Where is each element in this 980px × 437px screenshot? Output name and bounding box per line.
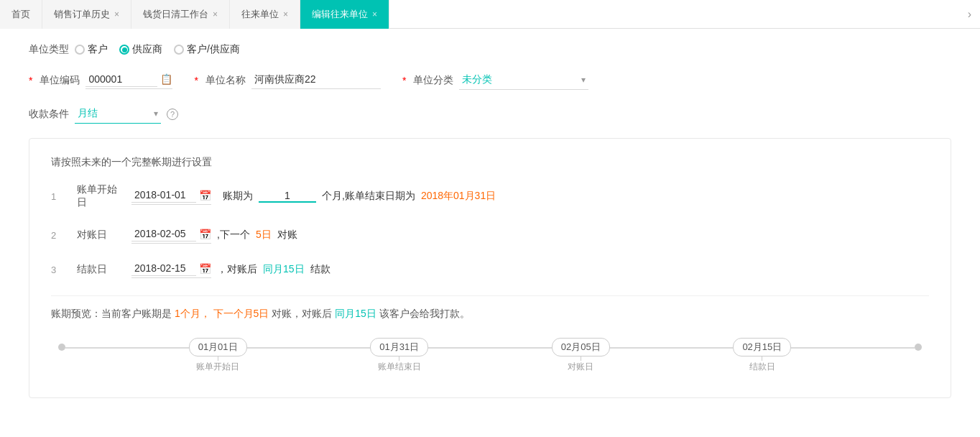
timeline-start [58,344,65,351]
unit-code-label: 单位编码 [40,74,80,87]
tab-home[interactable]: 首页 [0,0,42,29]
unit-code-required: * [29,75,32,86]
row-content-3: 📅 ，对账后 同月15日 结款 [131,261,929,278]
month-suffix: 个月,账单结束日期为 [322,190,415,203]
main-content: 单位类型 客户 供应商 客户/供应商 * 单位编码 [0,29,980,437]
timeline-node-2: 01月31日 账单结束日 [370,338,428,373]
end-date-highlight: 2018年01月31日 [421,190,496,203]
radio-supplier[interactable]: 供应商 [119,43,162,56]
start-date-input[interactable] [131,188,196,203]
preview-ending: 该客户会给我打款。 [379,308,470,319]
preview-payment-day: 同月15日 [335,308,376,319]
tab-partner-units[interactable]: 往来单位 × [230,0,300,29]
preview-reconcile-day: 下一个月5日 [213,308,269,319]
timeline-label-2: 账单结束日 [378,361,421,373]
payment-suffix: 结款 [310,263,330,276]
preview-period: 1个月， [175,308,211,319]
unit-type-group: 单位类型 客户 供应商 客户/供应商 [29,43,240,56]
row-label-2: 对账日 [77,229,120,242]
timeline-pill-4: 02月15日 [733,338,791,356]
period-prefix: 账期为 [223,190,253,203]
payment-condition-value: 月结 [78,107,148,120]
row-number-1: 1 [51,191,65,202]
timeline-start-dot [58,344,65,351]
payment-condition-row: 收款条件 月结 ▾ ? [29,104,951,124]
timeline-node-4: 02月15日 结款日 [733,338,791,373]
timeline-connector-4 [791,347,915,349]
chevron-down-icon-payment: ▾ [154,109,158,119]
calendar-icon-1[interactable]: 📅 [199,190,211,201]
unit-category-required: * [402,75,406,86]
payment-prefix: ，对账后 [217,263,257,276]
row-content-2: 📅 ,下一个 5日 对账 [131,226,929,244]
row-number-2: 2 [51,230,65,241]
tab-close-partner-units[interactable]: × [283,9,288,19]
tab-edit-partner[interactable]: 编辑往来单位 × [300,0,389,29]
timeline-pill-3: 02月05日 [552,338,610,356]
timeline-pill-1: 01月01日 [189,338,247,356]
radio-label-customer-supplier: 客户/供应商 [187,43,240,56]
unit-category-select[interactable]: 未分类 ▾ [459,70,588,90]
unit-name-input[interactable] [251,71,381,89]
payment-condition-label: 收款条件 [29,108,69,121]
radio-label-supplier: 供应商 [132,43,162,56]
payment-condition-select[interactable]: 月结 ▾ [75,104,161,124]
tab-sales-history[interactable]: 销售订单历史 × [42,0,131,29]
unit-type-row: 单位类型 客户 供应商 客户/供应商 [29,43,951,56]
timeline-connector-1 [247,347,371,349]
row-content-1: 📅 账期为 个月,账单结束日期为 2018年01月31日 [131,188,929,205]
period-value-input[interactable] [259,190,316,203]
unit-code-input[interactable] [85,72,157,87]
radio-label-customer: 客户 [88,43,108,56]
unit-name-required: * [194,75,198,86]
tab-close-cashflow[interactable]: × [213,9,218,19]
radio-circle-customer-supplier [174,45,184,55]
timeline: 01月01日 账单开始日 01月31日 账单结束日 02月05日 对账日 [51,338,929,373]
setting-row-2: 2 对账日 📅 ,下一个 5日 对账 [51,226,929,244]
help-icon[interactable]: ? [167,109,178,120]
timeline-label-3: 对账日 [568,361,593,373]
unit-category-label: 单位分类 [413,74,453,87]
setting-row-3: 3 结款日 📅 ，对账后 同月15日 结款 [51,261,929,278]
radio-customer[interactable]: 客户 [75,43,108,56]
timeline-end-dot [915,344,922,351]
unit-category-group: * 单位分类 未分类 ▾ [402,70,588,90]
setting-row-1: 1 账单开始日 📅 账期为 个月,账单结束日期为 2018年01月31日 [51,183,929,209]
timeline-label-1: 账单开始日 [196,361,239,373]
calendar-icon-2[interactable]: 📅 [199,229,211,240]
preview-label: 账期预览：当前客户账期是 [51,308,172,319]
unit-type-label: 单位类型 [29,43,69,56]
timeline-label-4: 结款日 [749,361,775,373]
timeline-node-3: 02月05日 对账日 [552,338,610,373]
unit-details-row: * 单位编码 📋 * 单位名称 * 单位分类 未分类 ▾ [29,70,951,90]
reconcile-day-highlight: 5日 [256,229,272,242]
payment-condition-group: 收款条件 月结 ▾ ? [29,104,178,124]
unit-name-label: 单位名称 [205,74,246,87]
radio-group-unit-type: 客户 供应商 客户/供应商 [75,43,240,56]
tab-more-button[interactable]: › [959,8,980,21]
tabs-bar: 首页 销售订单历史 × 钱货日清工作台 × 往来单位 × 编辑往来单位 × › [0,0,980,29]
reconcile-suffix: 对账 [277,229,297,242]
reconcile-date-input-wrapper: 📅 [131,226,211,244]
tab-close-sales-history[interactable]: × [114,9,119,19]
timeline-connector-2 [428,347,552,349]
tab-close-edit-partner[interactable]: × [372,9,377,19]
timeline-pill-2: 01月31日 [370,338,428,356]
preview-reconcile-suffix: 对账，对账后 [272,308,332,319]
row-label-3: 结款日 [77,263,120,276]
timeline-end [915,344,922,351]
payment-date-input-wrapper: 📅 [131,261,211,278]
payment-date-input[interactable] [131,261,196,276]
copy-icon[interactable]: 📋 [160,73,172,85]
timeline-connector-3 [610,347,734,349]
reconcile-date-input[interactable] [131,226,196,242]
chevron-down-icon: ▾ [581,75,586,85]
payment-day-highlight: 同月15日 [263,263,305,276]
start-date-input-wrapper: 📅 [131,188,211,205]
calendar-icon-3[interactable]: 📅 [199,263,211,275]
tab-cashflow[interactable]: 钱货日清工作台 × [131,0,230,29]
row-number-3: 3 [51,264,65,275]
settings-panel: 请按照未来的一个完整帐期进行设置 1 账单开始日 📅 账期为 个月,账单结束日期… [29,138,951,398]
unit-code-group: * 单位编码 📋 [29,72,172,89]
radio-customer-supplier[interactable]: 客户/供应商 [174,43,240,56]
